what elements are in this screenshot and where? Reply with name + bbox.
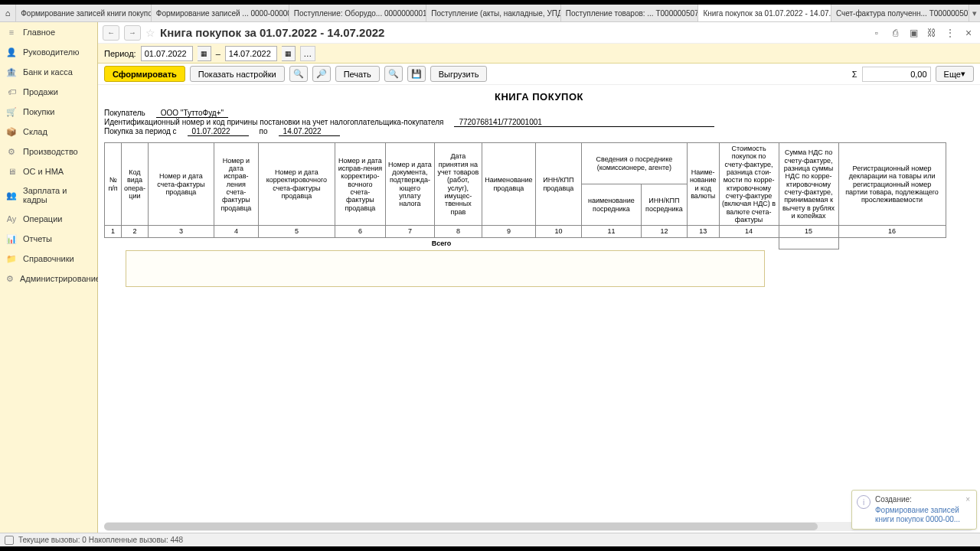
report-area: КНИГА ПОКУПОК Покупатель ООО "ТуттоФуд+"…	[98, 85, 980, 533]
toolbar: Сформировать Показать настройки 🔍 🔎 Печа…	[98, 64, 980, 85]
tab-1[interactable]: Формирование записей ... 0000-000004×	[152, 5, 289, 21]
sidebar-item-assets[interactable]: 🖥ОС и НМА	[0, 161, 97, 181]
sidebar-item-hr[interactable]: 👥Зарплата и кадры	[0, 181, 97, 209]
tab-2[interactable]: Поступление: Оборудо... 00000000010×	[289, 5, 427, 21]
col-3: Номер и дата счета-фактуры продавца	[148, 143, 214, 226]
date-dash: –	[216, 49, 220, 58]
col-15: Сумма НДС по счету-фактуре, разница сумм…	[779, 143, 838, 226]
preview-button[interactable]: 🔍	[384, 66, 403, 82]
report-period-to: 14.07.2022	[279, 127, 340, 136]
home-button[interactable]: ⌂	[0, 5, 16, 21]
empty-selection-box	[126, 250, 765, 287]
user-icon: 👤	[6, 47, 17, 57]
save-button[interactable]: 💾	[407, 66, 426, 82]
col-13: Наиме-нование и код валюты	[687, 143, 719, 226]
col-9: Наименование продавца	[482, 143, 535, 226]
notification-toast: i Создание:× Формирование записей книги …	[851, 490, 977, 530]
report-period-to-label: по	[260, 127, 268, 135]
chart-icon: 📊	[6, 233, 17, 244]
report-period-label: Покупка за период с	[104, 127, 177, 135]
sidebar-item-operations[interactable]: AyОперации	[0, 209, 97, 229]
menu-icon: ≡	[6, 27, 17, 37]
favorite-icon[interactable]: ☆	[145, 27, 155, 39]
tab-4[interactable]: Поступление товаров: ... Т0000005079×	[561, 5, 699, 21]
more-icon[interactable]: ⋮	[943, 26, 957, 40]
sidebar-item-production[interactable]: ⚙Производство	[0, 142, 97, 161]
inn-value: 7720768141/772001001	[454, 118, 714, 127]
print-button[interactable]: Печать	[335, 66, 380, 82]
sidebar-item-manager[interactable]: 👤Руководителю	[0, 42, 97, 62]
sidebar-item-warehouse[interactable]: 📦Склад	[0, 122, 97, 142]
tabs-overflow[interactable]: ▾	[969, 5, 980, 21]
col-1: № п/п	[105, 143, 122, 226]
col-8: Дата принятия на учет товаров (работ, ус…	[434, 143, 482, 226]
buyer-label: Покупатель	[104, 109, 145, 117]
report-table: № п/п Код вида опера-ции Номер и дата сч…	[104, 142, 946, 249]
report-period-from: 01.07.2022	[188, 127, 249, 136]
period-select-button[interactable]: …	[300, 46, 315, 61]
horizontal-scrollbar[interactable]	[104, 522, 974, 531]
users-icon: 👥	[6, 190, 17, 201]
tag-icon: 🏷	[6, 86, 17, 97]
close-icon[interactable]: ×	[962, 26, 975, 40]
sidebar-item-main[interactable]: ≡Главное	[0, 22, 97, 42]
col-16: Регистрационный номер декларации на това…	[838, 143, 946, 226]
form-button[interactable]: Сформировать	[104, 66, 185, 82]
sidebar-item-refs[interactable]: 📁Справочники	[0, 249, 97, 269]
tab-5[interactable]: Книга покупок за 01.07.2022 - 14.07...×	[698, 5, 831, 21]
info-icon: i	[857, 495, 871, 509]
copy-icon[interactable]: ▣	[906, 26, 920, 40]
status-icon	[5, 536, 14, 545]
gear-icon: ⚙	[6, 146, 17, 157]
sidebar-item-purchases[interactable]: 🛒Покупки	[0, 102, 97, 122]
show-settings-button[interactable]: Показать настройки	[190, 66, 285, 82]
monitor-icon: 🖥	[6, 166, 17, 177]
bank-icon: 🏦	[6, 67, 17, 77]
col-12: ИНН/КПП посредника	[641, 184, 687, 226]
col-10: ИНН/КПП продавца	[535, 143, 581, 226]
notification-body[interactable]: Формирование записей книги покупок 0000-…	[875, 506, 970, 524]
date-from-input[interactable]	[141, 46, 193, 61]
find-next-button[interactable]: 🔎	[312, 66, 331, 82]
column-number-row: 1234 5678 9101112 13141516	[105, 226, 946, 237]
gear-icon: ⚙	[6, 273, 14, 284]
inn-label: Идентификационный номер и код причины по…	[104, 118, 443, 126]
back-button[interactable]: ←	[103, 25, 119, 41]
status-text: Текущие вызовы: 0 Накопленные вызовы: 44…	[18, 536, 183, 544]
col-5: Номер и дата корректировочного счета-фак…	[258, 143, 335, 226]
tab-6[interactable]: Счет-фактура полученн... Т0000005079×	[831, 5, 969, 21]
link-icon[interactable]: ⛓	[925, 26, 939, 40]
ops-icon: Ay	[6, 214, 17, 224]
report-title: КНИГА ПОКУПОК	[104, 91, 974, 103]
buyer-value: ООО "ТуттоФуд+"	[156, 109, 228, 118]
print-icon[interactable]: ⎙	[888, 26, 902, 40]
period-bar: Период: ▦ – ▦ …	[98, 44, 980, 64]
date-to-input[interactable]	[225, 46, 277, 61]
cart-icon: 🛒	[6, 106, 17, 117]
forward-button[interactable]: →	[124, 25, 141, 41]
save-icon[interactable]: ▫	[870, 26, 884, 40]
sidebar-item-sales[interactable]: 🏷Продажи	[0, 82, 97, 102]
find-button[interactable]: 🔍	[289, 66, 308, 82]
more-button[interactable]: Еще ▾	[936, 66, 974, 82]
export-button[interactable]: Выгрузить	[430, 66, 488, 82]
col-7: Номер и дата документа, подтвержда-ющего…	[385, 143, 434, 226]
col-11-12-group: Сведения о посреднике (комиссионере, аге…	[581, 143, 687, 184]
notification-title: Создание:	[875, 495, 912, 504]
page-title: Книга покупок за 01.07.2022 - 14.07.2022	[160, 26, 384, 39]
box-icon: 📦	[6, 126, 17, 137]
total-row: Всего	[105, 237, 946, 249]
sum-input[interactable]	[862, 67, 931, 82]
period-label: Период:	[104, 49, 136, 58]
calendar-icon[interactable]: ▦	[282, 46, 296, 61]
sidebar-item-bank[interactable]: 🏦Банк и касса	[0, 62, 97, 82]
tab-3[interactable]: Поступление (акты, накладные, УПД)×	[426, 5, 560, 21]
sidebar-item-reports[interactable]: 📊Отчеты	[0, 229, 97, 249]
tab-0[interactable]: Формирование записей книги покупок×	[16, 5, 152, 21]
sidebar-item-admin[interactable]: ⚙Администрирование	[0, 269, 97, 289]
folder-icon: 📁	[6, 253, 17, 264]
calendar-icon[interactable]: ▦	[198, 46, 211, 61]
sum-icon: Σ	[852, 70, 858, 79]
col-2: Код вида опера-ции	[122, 143, 149, 226]
close-icon[interactable]: ×	[965, 495, 970, 504]
